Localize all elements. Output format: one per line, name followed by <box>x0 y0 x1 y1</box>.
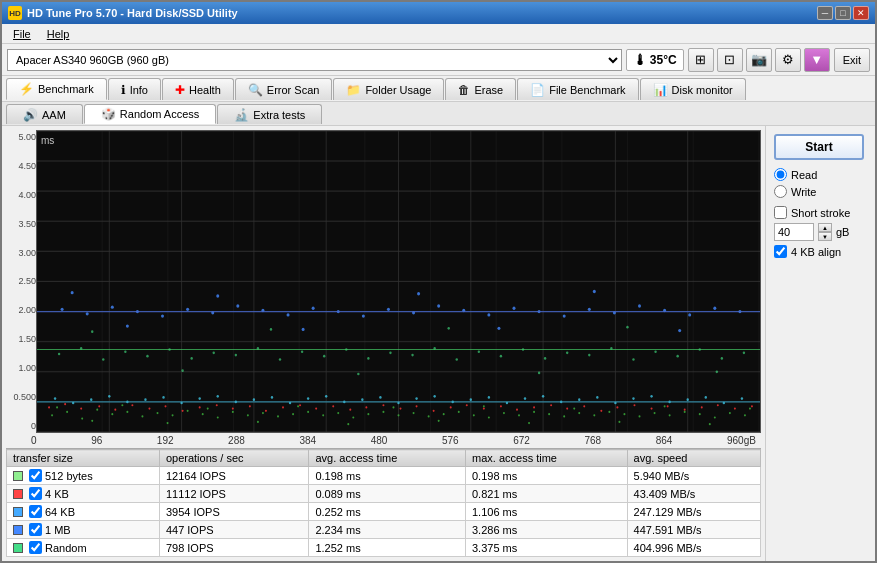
cell-max-0: 0.198 ms <box>466 467 628 485</box>
y-tick-0: 5.00 <box>6 132 36 142</box>
tab-info[interactable]: ℹ Info <box>108 78 161 100</box>
icon-btn-1[interactable]: ⊞ <box>688 48 714 72</box>
row-checkbox-4[interactable] <box>29 541 42 554</box>
svg-point-38 <box>292 413 294 415</box>
svg-point-167 <box>741 397 743 400</box>
align-checkbox[interactable] <box>774 245 787 258</box>
svg-point-84 <box>709 423 711 425</box>
tab-error-scan-label: Error Scan <box>267 84 320 96</box>
icon-btn-4[interactable]: ⚙ <box>775 48 801 72</box>
svg-point-201 <box>497 327 500 330</box>
svg-point-92 <box>148 407 150 409</box>
svg-point-60 <box>623 413 625 415</box>
spin-up[interactable]: ▲ <box>818 223 832 232</box>
icon-btn-3[interactable]: 📷 <box>746 48 772 72</box>
short-stroke-label[interactable]: Short stroke <box>774 206 867 219</box>
svg-point-168 <box>61 308 64 311</box>
drive-selector[interactable]: Apacer AS340 960GB (960 gB) <box>7 49 622 71</box>
cell-max-2: 1.106 ms <box>466 503 628 521</box>
close-button[interactable]: ✕ <box>853 6 869 20</box>
tab-erase[interactable]: 🗑 Erase <box>445 78 516 100</box>
svg-point-121 <box>633 404 635 406</box>
svg-point-115 <box>533 406 535 408</box>
x-tick-2: 192 <box>157 435 174 446</box>
y-axis: 5.00 4.50 4.00 3.50 3.00 2.50 2.00 1.50 … <box>6 130 36 433</box>
spin-down[interactable]: ▼ <box>818 232 832 241</box>
y-tick-5: 2.50 <box>6 276 36 286</box>
cell-avg-0: 0.198 ms <box>309 467 466 485</box>
short-stroke-checkbox[interactable] <box>774 206 787 219</box>
cell-size-0: 512 bytes <box>7 467 160 485</box>
cell-ops-2: 3954 IOPS <box>159 503 309 521</box>
svg-point-140 <box>253 398 255 401</box>
write-radio[interactable] <box>774 185 787 198</box>
svg-point-75 <box>297 405 299 407</box>
cell-avg-1: 0.089 ms <box>309 485 466 503</box>
tab-extra-tests[interactable]: 🔬 Extra tests <box>217 104 322 124</box>
tab-file-benchmark[interactable]: 📄 File Benchmark <box>517 78 638 100</box>
svg-point-90 <box>114 409 116 411</box>
svg-point-170 <box>111 305 114 308</box>
menu-file[interactable]: File <box>10 27 34 41</box>
svg-point-242 <box>626 326 628 329</box>
svg-point-183 <box>437 304 440 307</box>
svg-point-218 <box>367 357 369 360</box>
svg-point-103 <box>332 405 334 407</box>
icon-btn-2[interactable]: ⊡ <box>717 48 743 72</box>
svg-point-107 <box>400 407 402 409</box>
row-checkbox-0[interactable] <box>29 469 42 482</box>
col-max-access: max. access time <box>466 450 628 467</box>
svg-point-70 <box>91 420 93 422</box>
svg-point-32 <box>202 413 204 415</box>
chart-area: 5.00 4.50 4.00 3.50 3.00 2.50 2.00 1.50 … <box>2 126 765 561</box>
title-bar-buttons: ─ □ ✕ <box>817 6 869 20</box>
checkbox-group: Short stroke ▲ ▼ gB 4 KB align <box>774 206 867 258</box>
read-label: Read <box>791 169 817 181</box>
svg-point-208 <box>146 355 148 358</box>
row-checkbox-1[interactable] <box>29 487 42 500</box>
y-tick-6: 2.00 <box>6 305 36 315</box>
write-radio-label[interactable]: Write <box>774 185 867 198</box>
tab-error-scan[interactable]: 🔍 Error Scan <box>235 78 333 100</box>
tab-random-access[interactable]: 🎲 Random Access <box>84 104 216 124</box>
read-radio[interactable] <box>774 168 787 181</box>
gb-field[interactable] <box>774 223 814 241</box>
read-radio-label[interactable]: Read <box>774 168 867 181</box>
svg-point-141 <box>271 396 273 399</box>
exit-button[interactable]: Exit <box>834 48 870 72</box>
cell-ops-1: 11112 IOPS <box>159 485 309 503</box>
svg-point-66 <box>714 416 716 418</box>
tab-benchmark[interactable]: ⚡ Benchmark <box>6 78 107 100</box>
svg-point-235 <box>743 352 745 355</box>
align-label[interactable]: 4 KB align <box>774 245 867 258</box>
svg-point-196 <box>71 291 74 294</box>
y-tick-3: 3.50 <box>6 219 36 229</box>
row-checkbox-3[interactable] <box>29 523 42 536</box>
icon-btn-down[interactable]: ▼ <box>804 48 830 72</box>
tab-disk-monitor[interactable]: 📊 Disk monitor <box>640 78 746 100</box>
svg-point-159 <box>596 396 598 399</box>
svg-point-178 <box>312 307 315 310</box>
svg-point-96 <box>216 404 218 406</box>
title-bar-left: HD HD Tune Pro 5.70 - Hard Disk/SSD Util… <box>8 6 238 20</box>
svg-point-220 <box>411 354 413 357</box>
svg-point-215 <box>301 350 303 353</box>
minimize-button[interactable]: ─ <box>817 6 833 20</box>
row-checkbox-2[interactable] <box>29 505 42 518</box>
svg-point-241 <box>538 372 540 375</box>
svg-point-82 <box>618 421 620 423</box>
maximize-button[interactable]: □ <box>835 6 851 20</box>
cell-ops-4: 798 IOPS <box>159 539 309 557</box>
svg-point-177 <box>287 313 290 316</box>
tab-folder-usage[interactable]: 📁 Folder Usage <box>333 78 444 100</box>
svg-point-78 <box>438 420 440 422</box>
svg-point-86 <box>48 406 50 408</box>
table-row: 4 KB 11112 IOPS 0.089 ms 0.821 ms 43.409… <box>7 485 761 503</box>
tab-random-access-label: Random Access <box>120 108 199 120</box>
tab-aam[interactable]: 🔊 AAM <box>6 104 83 124</box>
tab-erase-label: Erase <box>474 84 503 96</box>
start-button[interactable]: Start <box>774 134 864 160</box>
svg-point-23 <box>66 411 68 413</box>
menu-help[interactable]: Help <box>44 27 73 41</box>
tab-health[interactable]: ✚ Health <box>162 78 234 100</box>
